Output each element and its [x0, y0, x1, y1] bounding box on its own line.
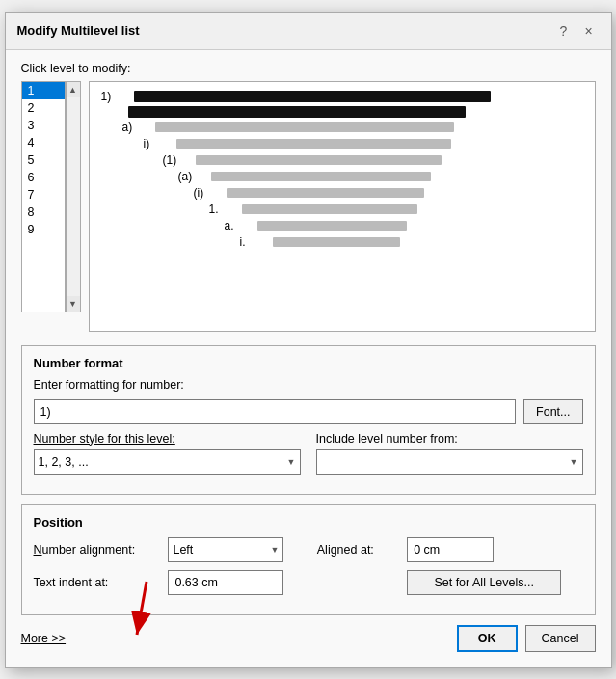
style-select[interactable]: 1, 2, 3, ... ▼: [34, 449, 301, 475]
preview-bar-9: [273, 237, 400, 247]
title-bar-left: Modify Multilevel list: [17, 23, 140, 38]
dialog-body: Click level to modify: 1 2 3 4 5 6 7 8 9…: [6, 50, 611, 667]
include-label: Include level number from:: [316, 432, 583, 446]
level-item-4[interactable]: 4: [22, 134, 65, 151]
close-button[interactable]: ×: [578, 20, 600, 41]
indent-spinner[interactable]: ▲ ▼: [168, 570, 283, 595]
level-item-2[interactable]: 2: [22, 99, 65, 117]
preview-row-1: 1): [101, 90, 583, 103]
preview-label-2: a): [122, 121, 149, 134]
aligned-at-label: Aligned at:: [317, 543, 395, 557]
preview-bar-1b: [128, 106, 466, 118]
alignment-select[interactable]: Left ▼: [168, 537, 283, 562]
level-selector-label: Click level to modify:: [21, 62, 596, 75]
level-item-5[interactable]: 5: [22, 151, 65, 169]
include-select[interactable]: ▼: [316, 449, 583, 475]
more-button[interactable]: More >>: [21, 630, 67, 647]
include-chevron-icon: ▼: [570, 457, 578, 467]
include-col: Include level number from: ▼: [316, 432, 583, 475]
right-buttons: OK Cancel: [457, 625, 596, 652]
format-input[interactable]: [34, 399, 517, 424]
position-title: Position: [34, 515, 583, 530]
level-item-9[interactable]: 9: [22, 221, 65, 238]
preview-row-5: (a): [178, 170, 583, 183]
preview-bar-2: [155, 122, 454, 132]
format-label: Enter formatting for number:: [34, 378, 184, 392]
format-input-row: Font...: [34, 399, 583, 424]
scroll-track: [67, 97, 80, 296]
preview-row-6: (i): [194, 186, 583, 200]
bottom-area: More >> OK Cancel: [21, 625, 596, 654]
preview-label-9: i.: [240, 235, 267, 249]
set-all-levels-button[interactable]: Set for All Levels...: [407, 570, 561, 595]
preview-label-1: 1): [101, 90, 128, 103]
font-button[interactable]: Font...: [523, 399, 582, 424]
preview-bar-3: [176, 139, 451, 149]
alignment-chevron-icon: ▼: [271, 545, 280, 555]
title-bar: Modify Multilevel list ? ×: [6, 13, 611, 50]
style-value: 1, 2, 3, ...: [39, 455, 89, 469]
level-preview-row: 1 2 3 4 5 6 7 8 9 ▲ ▼: [21, 81, 596, 332]
preview-row-9: i.: [240, 235, 583, 249]
level-scrollbar: ▲ ▼: [66, 81, 81, 312]
aligned-at-spinner[interactable]: ▲ ▼: [407, 537, 494, 562]
modify-multilevel-dialog: Modify Multilevel list ? × Click level t…: [5, 12, 612, 668]
bottom-row: More >> OK Cancel: [21, 625, 596, 654]
style-include-row: Number style for this level: 1, 2, 3, ..…: [34, 432, 583, 475]
preview-row-2: a): [122, 121, 583, 134]
preview-bar-1: [134, 91, 491, 102]
help-button[interactable]: ?: [553, 20, 575, 41]
level-list[interactable]: 1 2 3 4 5 6 7 8 9: [21, 81, 66, 312]
style-col: Number style for this level: 1, 2, 3, ..…: [34, 432, 301, 475]
preview-bar-5: [211, 172, 431, 181]
style-chevron-icon: ▼: [287, 457, 296, 467]
level-list-with-scroll: 1 2 3 4 5 6 7 8 9 ▲ ▼: [21, 81, 81, 332]
alignment-label: Number alignment:: [34, 543, 157, 557]
preview-label-3: i): [144, 137, 171, 150]
preview-row-8: a.: [225, 219, 583, 232]
preview-bar-4: [196, 155, 442, 165]
indent-label: Text indent at:: [34, 576, 157, 589]
indent-value[interactable]: [169, 574, 283, 591]
preview-bar-8: [257, 221, 407, 231]
aligned-at-value[interactable]: [408, 541, 494, 558]
number-format-section: Number format Enter formatting for numbe…: [21, 345, 596, 495]
format-label-row: Enter formatting for number:: [34, 378, 583, 392]
dialog-title: Modify Multilevel list: [17, 23, 140, 38]
level-item-3[interactable]: 3: [22, 117, 65, 134]
alignment-value: Left: [173, 543, 193, 557]
preview-label-7: 1.: [209, 203, 236, 216]
preview-row-1b: [128, 106, 583, 118]
level-item-1[interactable]: 1: [22, 82, 65, 99]
preview-label-4: (1): [163, 153, 190, 167]
scroll-up-button[interactable]: ▲: [67, 82, 80, 97]
preview-area: 1) a) i) (1): [89, 81, 596, 332]
ok-button[interactable]: OK: [457, 625, 518, 652]
preview-row-7: 1.: [209, 203, 583, 216]
title-bar-right: ? ×: [553, 20, 600, 41]
preview-label-6: (i): [194, 186, 221, 200]
style-label: Number style for this level:: [34, 432, 301, 446]
level-item-8[interactable]: 8: [22, 204, 65, 221]
preview-bar-6: [227, 188, 424, 198]
level-item-7[interactable]: 7: [22, 186, 65, 204]
preview-label-5: (a): [178, 170, 205, 183]
position-section: Position Number alignment: Left ▼ Aligne…: [21, 504, 596, 615]
preview-bar-7: [242, 204, 417, 214]
scroll-down-button[interactable]: ▼: [67, 296, 80, 312]
preview-label-8: a.: [225, 219, 252, 232]
position-grid: Number alignment: Left ▼ Aligned at: ▲ ▼: [34, 537, 583, 595]
cancel-button[interactable]: Cancel: [525, 625, 596, 652]
number-format-title: Number format: [34, 356, 583, 370]
level-item-6[interactable]: 6: [22, 169, 65, 186]
preview-row-3: i): [144, 137, 583, 150]
preview-row-4: (1): [163, 153, 583, 167]
